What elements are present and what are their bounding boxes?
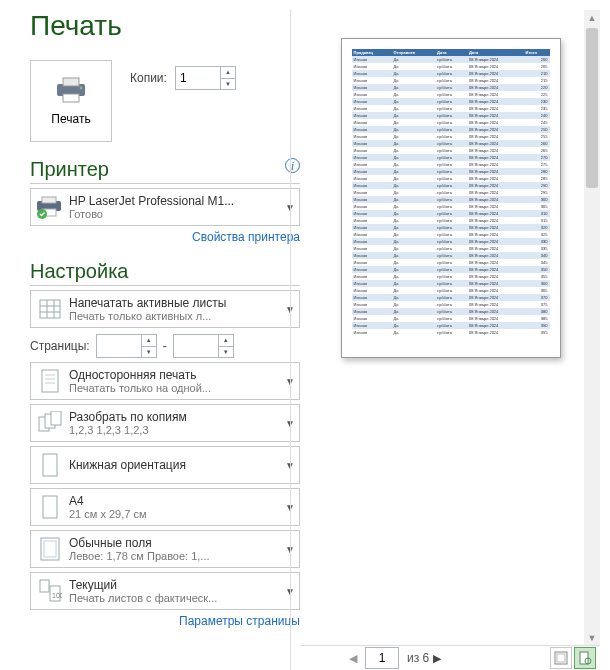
print-preview-page: ПродавецОтправленДатаДатаИтогоИвановДасу… (341, 38, 561, 358)
scaling-icon: 100 (31, 578, 69, 604)
pages-to-stepper[interactable]: ▲▼ (173, 334, 234, 358)
printer-name: HP LaserJet Professional M1... (69, 194, 281, 208)
svg-rect-24 (40, 580, 49, 592)
show-margins-button[interactable] (550, 647, 572, 669)
sheets-icon (31, 298, 69, 320)
print-button-label: Печать (51, 112, 90, 126)
paper-icon (31, 494, 69, 520)
svg-rect-28 (557, 654, 565, 662)
printer-device-icon (31, 195, 69, 219)
printer-icon (53, 76, 89, 104)
printer-heading: Принтер i (30, 158, 300, 184)
scroll-thumb[interactable] (586, 28, 598, 188)
printer-select[interactable]: HP LaserJet Professional M1... Готово ▼ (30, 188, 300, 226)
print-what-select[interactable]: Напечатать активные листы Печать только … (30, 290, 300, 328)
svg-rect-20 (43, 454, 57, 476)
print-button[interactable]: Печать (30, 60, 112, 142)
svg-rect-2 (63, 94, 79, 102)
preview-scrollbar[interactable]: ▲ ▼ (584, 10, 600, 646)
svg-rect-21 (43, 496, 57, 518)
svg-point-7 (37, 209, 47, 219)
pages-label: Страницы: (30, 339, 90, 353)
zoom-to-page-button[interactable] (574, 647, 596, 669)
printer-status: Готово (69, 208, 281, 220)
orientation-select[interactable]: Книжная ориентация ▼ (30, 446, 300, 484)
page-title: Печать (30, 10, 300, 42)
svg-rect-19 (51, 411, 61, 425)
collate-icon (31, 411, 69, 435)
pages-from-stepper[interactable]: ▲▼ (96, 334, 157, 358)
pages-from-input[interactable] (97, 335, 141, 357)
page-number-input[interactable] (365, 647, 399, 669)
collate-select[interactable]: Разобрать по копиям1,2,3 1,2,3 1,2,3 ▼ (30, 404, 300, 442)
settings-heading: Настройка (30, 260, 300, 286)
prev-page-button[interactable]: ◀ (345, 652, 361, 665)
portrait-icon (31, 452, 69, 478)
margins-select[interactable]: Обычные поляЛевое: 1,78 см Правое: 1,...… (30, 530, 300, 568)
printer-properties-link[interactable]: Свойства принтера (30, 230, 300, 244)
scaling-select[interactable]: 100 ТекущийПечать листов с фактическ... … (30, 572, 300, 610)
svg-point-3 (80, 87, 83, 90)
svg-rect-8 (40, 300, 60, 318)
svg-rect-1 (63, 78, 79, 86)
page-total-label: из 6 (407, 651, 429, 665)
paper-select[interactable]: A421 см x 29,7 см ▼ (30, 488, 300, 526)
scroll-up-icon[interactable]: ▲ (584, 10, 600, 26)
svg-text:100: 100 (52, 592, 62, 599)
next-page-button[interactable]: ▶ (429, 652, 445, 665)
scroll-down-icon[interactable]: ▼ (584, 630, 600, 646)
sides-select[interactable]: Односторонняя печатьПечатать только на о… (30, 362, 300, 400)
pages-to-input[interactable] (174, 335, 218, 357)
copies-label: Копии: (130, 71, 167, 85)
copies-down-icon[interactable]: ▼ (221, 79, 235, 90)
copies-input[interactable] (176, 67, 220, 89)
copies-stepper[interactable]: ▲ ▼ (175, 66, 236, 90)
page-single-icon (31, 368, 69, 394)
copies-up-icon[interactable]: ▲ (221, 67, 235, 79)
svg-rect-13 (42, 370, 58, 392)
margins-icon (31, 536, 69, 562)
page-setup-link[interactable]: Параметры страницы (30, 614, 300, 628)
svg-rect-5 (42, 197, 56, 203)
